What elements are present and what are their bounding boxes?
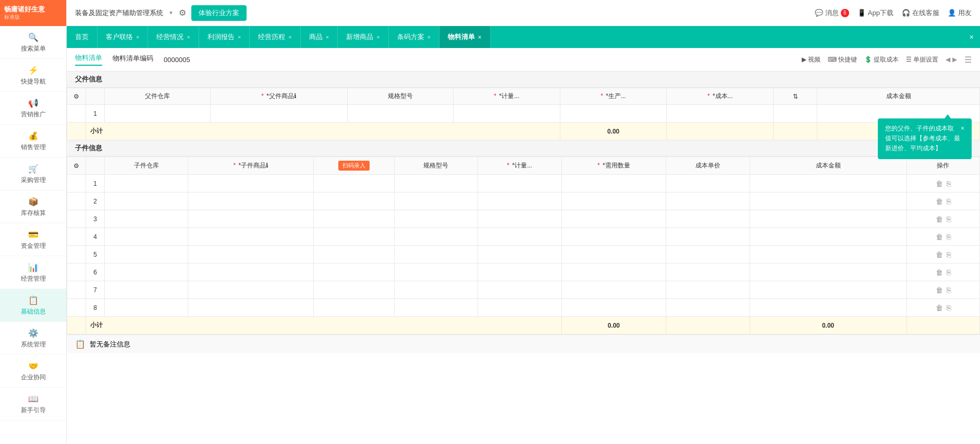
child-row-product[interactable]	[188, 263, 314, 281]
child-row-warehouse[interactable]	[105, 210, 188, 228]
parent-col-settings[interactable]: ⚙	[67, 88, 86, 105]
child-row-unit-cost[interactable]	[666, 299, 750, 317]
child-row-qty-unit[interactable]	[478, 228, 561, 246]
child-row-unit-cost[interactable]	[666, 246, 750, 263]
parent-col-sort[interactable]: ⇅	[774, 88, 817, 105]
parent-row-qty[interactable]	[454, 105, 560, 123]
tab-home[interactable]: 首页	[67, 26, 97, 48]
scan-input-button[interactable]: 扫码录入	[338, 161, 370, 171]
child-row-settings[interactable]	[67, 299, 86, 317]
tab-product[interactable]: 商品 ×	[301, 26, 338, 48]
child-row-needed-qty[interactable]	[561, 210, 666, 228]
child-row-needed-qty[interactable]	[561, 246, 666, 263]
child-row-needed-qty[interactable]	[561, 263, 666, 281]
tab-barcode[interactable]: 条码方案 ×	[389, 26, 439, 48]
system-dropdown-icon[interactable]: ▼	[168, 10, 174, 16]
sidebar-item-system[interactable]: ⚙️ 系统管理	[0, 322, 66, 355]
nav-close-all-button[interactable]: ×	[963, 33, 980, 41]
tab-profit[interactable]: 利润报告 ×	[199, 26, 250, 48]
child-row-spec[interactable]	[394, 263, 477, 281]
online-service-item[interactable]: 🎧 在线客服	[902, 8, 939, 18]
child-row-scan[interactable]	[314, 299, 394, 317]
child-row-warehouse[interactable]	[105, 175, 188, 193]
tab-customer[interactable]: 客户联络 ×	[97, 26, 148, 48]
sidebar-item-sales[interactable]: 💰 销售管理	[0, 125, 66, 158]
tab-close-customer[interactable]: ×	[136, 34, 139, 40]
child-row-scan[interactable]	[314, 246, 394, 263]
child-row-qty-unit[interactable]	[478, 246, 561, 263]
copy-icon[interactable]: ⎘	[947, 268, 951, 277]
sidebar-item-basic-info[interactable]: 📋 基础信息	[0, 289, 66, 322]
gear-icon[interactable]: ⚙	[179, 8, 186, 18]
child-row-warehouse[interactable]	[105, 299, 188, 317]
tab-operations[interactable]: 经营情况 ×	[148, 26, 199, 48]
child-row-unit-cost[interactable]	[666, 210, 750, 228]
parent-row-spec[interactable]	[348, 105, 454, 123]
child-row-product[interactable]	[188, 281, 314, 299]
child-row-scan[interactable]	[314, 175, 394, 193]
copy-icon[interactable]: ⎘	[947, 250, 951, 259]
child-row-product[interactable]	[188, 246, 314, 263]
tab-close-operations[interactable]: ×	[187, 34, 190, 40]
video-button[interactable]: ▶ 视频	[802, 55, 820, 64]
sidebar-item-enterprise[interactable]: 🤝 企业协同	[0, 355, 66, 388]
child-row-product[interactable]	[188, 175, 314, 193]
copy-icon[interactable]: ⎘	[947, 233, 951, 241]
child-row-settings[interactable]	[67, 246, 86, 263]
copy-icon[interactable]: ⎘	[947, 179, 951, 188]
tab-bom[interactable]: 物料清单 ×	[439, 26, 490, 48]
child-row-settings[interactable]	[67, 281, 86, 299]
app-download-item[interactable]: 📱 App下载	[858, 8, 893, 18]
parent-row-cost[interactable]	[667, 105, 774, 123]
child-row-spec[interactable]	[394, 228, 477, 246]
child-row-qty-unit[interactable]	[478, 175, 561, 193]
delete-icon[interactable]: 🗑	[936, 286, 943, 294]
tooltip-close-button[interactable]: ×	[961, 124, 964, 134]
delete-icon[interactable]: 🗑	[936, 197, 943, 206]
parent-row-warehouse[interactable]	[105, 105, 211, 123]
parent-row-settings[interactable]	[67, 105, 86, 123]
tab-new-product[interactable]: 新增商品 ×	[338, 26, 388, 48]
prev-page-icon[interactable]: ◀	[946, 56, 950, 63]
tab-close-new-product[interactable]: ×	[376, 34, 379, 40]
child-row-scan[interactable]	[314, 281, 394, 299]
child-row-spec[interactable]	[394, 175, 477, 193]
child-row-settings[interactable]	[67, 263, 86, 281]
sidebar-item-guide[interactable]: 📖 新手引导	[0, 388, 66, 421]
child-row-scan[interactable]	[314, 210, 394, 228]
child-row-warehouse[interactable]	[105, 263, 188, 281]
child-row-product[interactable]	[188, 193, 314, 210]
copy-icon[interactable]: ⎘	[947, 286, 951, 294]
child-row-qty-unit[interactable]	[478, 210, 561, 228]
child-row-spec[interactable]	[394, 281, 477, 299]
child-row-qty-unit[interactable]	[478, 299, 561, 317]
child-row-needed-qty[interactable]	[561, 175, 666, 193]
copy-icon[interactable]: ⎘	[947, 215, 951, 223]
child-row-scan[interactable]	[314, 228, 394, 246]
child-row-settings[interactable]	[67, 193, 86, 210]
child-row-product[interactable]	[188, 228, 314, 246]
child-row-warehouse[interactable]	[105, 228, 188, 246]
child-row-settings[interactable]	[67, 228, 86, 246]
parent-row-product[interactable]	[210, 105, 348, 123]
delete-icon[interactable]: 🗑	[936, 268, 943, 277]
sidebar-item-purchase[interactable]: 🛒 采购管理	[0, 158, 66, 190]
child-row-warehouse[interactable]	[105, 246, 188, 263]
child-row-scan[interactable]	[314, 263, 394, 281]
sidebar-item-operations[interactable]: 📊 经营管理	[0, 256, 66, 289]
sidebar-item-inventory[interactable]: 📦 库存核算	[0, 190, 66, 223]
child-row-warehouse[interactable]	[105, 193, 188, 210]
child-row-needed-qty[interactable]	[561, 299, 666, 317]
child-col-settings[interactable]: ⚙	[67, 157, 86, 175]
tab-close-barcode[interactable]: ×	[427, 34, 431, 40]
parent-row-sort[interactable]	[774, 105, 817, 123]
extract-cost-button[interactable]: 💲 提取成本	[864, 55, 899, 64]
child-row-unit-cost[interactable]	[666, 175, 750, 193]
child-row-scan[interactable]	[314, 193, 394, 210]
message-item[interactable]: 💬 消息 6	[815, 8, 849, 18]
child-row-unit-cost[interactable]	[666, 281, 750, 299]
child-row-spec[interactable]	[394, 299, 477, 317]
child-row-needed-qty[interactable]	[561, 193, 666, 210]
child-row-product[interactable]	[188, 299, 314, 317]
child-row-needed-qty[interactable]	[561, 228, 666, 246]
